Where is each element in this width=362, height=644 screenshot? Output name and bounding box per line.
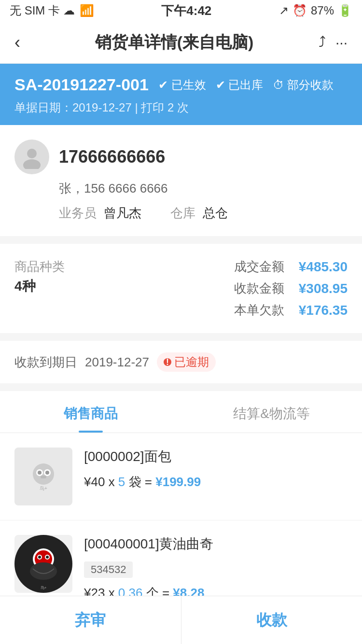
tab-settlement[interactable]: 结算&物流等 [181,391,362,433]
due-label: 收款到期日 [14,354,77,371]
product-thumb-1: 鸟+ [14,535,72,593]
staff-label: 业务员 [59,206,97,220]
battery-text: 87% [311,4,334,17]
badge-shipped: ✔ 已出库 [216,77,264,93]
location-icon: ↗ [279,4,289,17]
type-count: 4种 [14,277,65,295]
order-header: SA-20191227-001 ✔ 已生效 ✔ 已出库 ⏱ 部分收款 单据日期：… [0,64,362,125]
overdue-text: 已逾期 [174,354,209,370]
svg-point-17 [46,556,49,559]
amount-label-0: 成交金额 [234,258,284,275]
order-header-top: SA-20191227-001 ✔ 已生效 ✔ 已出库 ⏱ 部分收款 [14,75,348,94]
warehouse-value: 总仓 [203,206,228,220]
amount-row-1: 收款金额 ¥308.95 [234,280,348,297]
status-left: 无 SIM 卡 ☁ 📶 [10,3,94,18]
status-time: 下午4:42 [161,2,211,19]
overdue-dot-icon: ! [164,358,171,366]
amount-row-2: 本单欠款 ¥176.35 [234,302,348,319]
product-base-price-0: ¥40 [84,475,105,489]
order-meta: 单据日期：2019-12-27 | 打印 2 次 [14,100,348,115]
svg-rect-7 [41,476,46,478]
list-item: 鸟+ [0000002]面包 ¥40 x 5 袋 = ¥199.99 [0,433,362,520]
customer-phone: 17666666666 [59,147,165,167]
product-total-0: ¥199.99 [155,475,201,489]
avatar [14,140,49,174]
product-sku-1: 534532 [84,561,133,578]
product-name-1: [000400001]黄油曲奇 [84,535,348,553]
amount-value-2: ¥176.35 [299,303,348,318]
customer-top: 17666666666 [14,140,348,174]
amount-value-1: ¥308.95 [299,281,348,296]
svg-text:鸟+: 鸟+ [40,486,47,491]
warehouse-item: 仓库 总仓 [170,205,228,222]
product-unit-0: 袋 [129,475,141,489]
clock-icon: ⏱ [273,78,284,92]
badge-partial: ⏱ 部分收款 [273,77,334,93]
more-icon[interactable]: ··· [335,34,348,51]
amount-label-1: 收款金额 [234,280,284,297]
customer-contact: 张，156 6666 6666 [14,180,348,197]
due-section: 收款到期日 2019-12-27 ! 已逾期 [0,341,362,383]
amount-label-2: 本单欠款 [234,302,284,319]
product-thumb-0: 鸟+ [14,448,72,505]
warehouse-label: 仓库 [170,206,195,220]
summary-left: 商品种类 4种 [14,258,65,319]
type-label: 商品种类 [14,258,65,275]
svg-point-2 [33,463,54,485]
svg-point-13 [30,562,57,580]
product-info-1: [000400001]黄油曲奇 534532 ¥23 x 0.36 个 = ¥8… [84,535,348,602]
product-name-0: [0000002]面包 [84,448,348,466]
svg-point-0 [27,149,37,158]
status-right: ↗ ⏰ 87% 🔋 [279,4,352,17]
badge-effective: ✔ 已生效 [158,77,206,93]
summary-section: 商品种类 4种 成交金额 ¥485.30 收款金额 ¥308.95 本单欠款 ¥… [0,244,362,333]
summary-right: 成交金额 ¥485.30 收款金额 ¥308.95 本单欠款 ¥176.35 [234,258,348,319]
svg-text:鸟+: 鸟+ [41,586,47,590]
products-section: 鸟+ [0000002]面包 ¥40 x 5 袋 = ¥199.99 [0,433,362,616]
svg-point-16 [38,556,41,559]
svg-point-5 [38,471,42,475]
tab-products[interactable]: 销售商品 [0,391,181,433]
nav-bar: ‹ 销货单详情(来自电脑) ⤴ ··· [0,21,362,64]
page-title: 销货单详情(来自电脑) [30,31,319,54]
back-button[interactable]: ‹ [14,32,20,53]
product-info-0: [0000002]面包 ¥40 x 5 袋 = ¥199.99 [84,448,348,490]
bottom-bar: 弃审 收款 [0,596,362,644]
nav-actions: ⤴ ··· [319,34,348,51]
order-id: SA-20191227-001 [14,75,149,94]
sim-status: 无 SIM 卡 ☁ [10,3,75,18]
svg-point-6 [45,471,49,475]
customer-section: 17666666666 张，156 6666 6666 业务员 曾凡杰 仓库 总… [0,125,362,236]
overdue-badge: ! 已逾期 [157,352,216,372]
product-qty-0: 5 [118,475,125,489]
svg-point-1 [23,159,41,169]
staff-value: 曾凡杰 [104,206,141,220]
amount-value-0: ¥485.30 [299,259,348,275]
share-icon[interactable]: ⤴ [319,34,326,51]
due-date: 2019-12-27 [85,355,149,370]
confirm-button[interactable]: 收款 [181,596,362,644]
wifi-icon: 📶 [80,4,94,17]
battery-icon: 🔋 [338,4,352,17]
staff-item: 业务员 曾凡杰 [59,205,141,222]
amount-row-0: 成交金额 ¥485.30 [234,258,348,275]
tabs: 销售商品 结算&物流等 [0,391,362,433]
product-price-0: ¥40 x 5 袋 = ¥199.99 [84,474,348,490]
customer-staff: 业务员 曾凡杰 仓库 总仓 [14,205,348,222]
status-bar: 无 SIM 卡 ☁ 📶 下午4:42 ↗ ⏰ 87% 🔋 [0,0,362,21]
product-thumb-placeholder-0: 鸟+ [14,448,72,505]
alarm-icon: ⏰ [292,4,307,17]
cancel-button[interactable]: 弃审 [0,596,181,644]
